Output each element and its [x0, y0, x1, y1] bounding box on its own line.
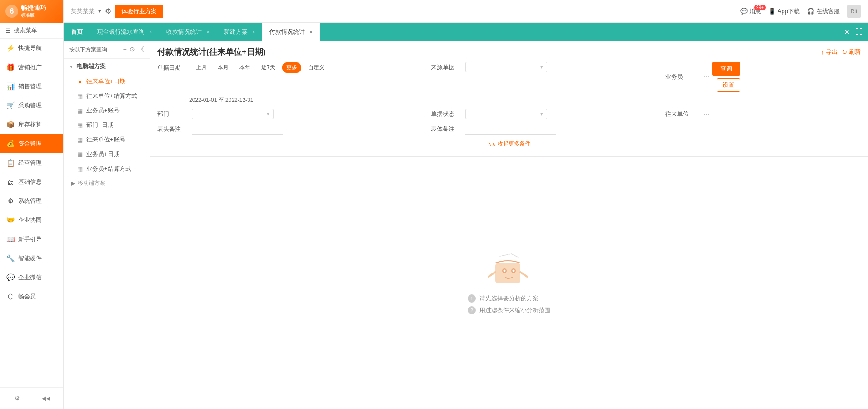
- sidebar-item-purchase[interactable]: 🛒 采购管理: [0, 96, 63, 115]
- collapse-button[interactable]: ∧∧ 收起更多条件: [488, 137, 530, 151]
- sidebar-settings-btn[interactable]: ⚙: [5, 392, 30, 404]
- sidebar-item-wechat[interactable]: 💬 企业微信: [0, 268, 63, 287]
- messages-icon: 💬: [740, 8, 748, 15]
- scheme-item-partner-date[interactable]: ● 往来单位+日期: [64, 74, 150, 89]
- app-download-action[interactable]: 📱 App下载: [768, 7, 800, 15]
- sidebar-item-enterprise[interactable]: 🤝 企业协同: [0, 211, 63, 230]
- svg-point-4: [513, 269, 515, 272]
- header-note-input[interactable]: [192, 124, 283, 135]
- sidebar-item-guide[interactable]: 📖 新手引导: [0, 230, 63, 249]
- status-label: 单据状态: [431, 110, 463, 118]
- topbar-settings-icon[interactable]: ⚙: [105, 7, 111, 15]
- date-btn-custom[interactable]: 自定义: [304, 62, 329, 73]
- date-btn-this-year[interactable]: 本年: [235, 62, 254, 73]
- date-btn-last-month[interactable]: 上月: [192, 62, 211, 73]
- sidebar-item-system[interactable]: ⚙ 系统管理: [0, 192, 63, 211]
- partner-select-dots[interactable]: ···: [703, 110, 709, 118]
- mobile-scheme-group-header[interactable]: ▶ 移动端方案: [64, 176, 150, 190]
- search-icon: ☰: [5, 27, 11, 34]
- sidebar-item-sales[interactable]: 📊 销售管理: [0, 77, 63, 96]
- scheme-active-icon: ●: [76, 78, 84, 85]
- dept-select[interactable]: ▾: [192, 109, 274, 119]
- empty-svg: [486, 252, 532, 288]
- refresh-label: 刷新: [849, 48, 861, 56]
- sidebar-item-marketing[interactable]: 🎁 营销推广: [0, 58, 63, 77]
- tab-new-scheme-close[interactable]: ×: [252, 29, 255, 35]
- sales-icon: 📊: [6, 82, 15, 91]
- sidebar-item-label: 采购管理: [18, 101, 42, 110]
- group-arrow-icon: ▼: [69, 64, 74, 69]
- desktop-scheme-group-header[interactable]: ▼ 电脑端方案: [64, 59, 150, 74]
- topbar-right: 💬 消息 99+ 📱 App下载 🎧 在线客服 Rit: [740, 5, 861, 18]
- source-select[interactable]: ▾: [465, 62, 547, 72]
- data-area: 1 请先选择要分析的方案 2 用过滤条件来缩小分析范围: [150, 157, 868, 409]
- panel-collapse-icon[interactable]: 《: [138, 45, 144, 54]
- scheme-item-staff-account[interactable]: ▦ 业务员+账号: [64, 103, 150, 118]
- refresh-button[interactable]: ↻ 刷新: [842, 48, 861, 56]
- tab-cash-flow[interactable]: 现金银行流水查询 ×: [90, 23, 159, 41]
- tab-payment-stats[interactable]: 付款情况统计 ×: [262, 23, 319, 41]
- sidebar-item-inventory[interactable]: 📦 库存核算: [0, 115, 63, 134]
- settings-button[interactable]: 设置: [717, 78, 740, 92]
- avatar-text: Rit: [851, 8, 858, 15]
- scheme-item-dept-date[interactable]: ▦ 部门+日期: [64, 118, 150, 132]
- svg-line-8: [511, 254, 518, 257]
- scheme-settings-icon[interactable]: ⊙: [130, 45, 135, 54]
- scheme-table-icon: ▦: [76, 92, 84, 100]
- date-btn-7days[interactable]: 近7天: [257, 62, 279, 73]
- empty-icon: [486, 252, 532, 288]
- filter-area: 付款情况统计(往来单位+日期) ↑ 导出 ↻ 刷新: [150, 41, 868, 157]
- svg-line-7: [500, 254, 511, 256]
- scheme-item-label: 部门+日期: [86, 121, 114, 129]
- sidebar-item-operations[interactable]: 📋 经营管理: [0, 153, 63, 172]
- tab-cash-flow-close[interactable]: ×: [149, 29, 152, 35]
- scheme-item-staff-date[interactable]: ▦ 业务员+日期: [64, 147, 150, 162]
- scheme-item-partner-settle[interactable]: ▦ 往来单位+结算方式: [64, 89, 150, 103]
- empty-tip-2: 2 用过滤条件来缩小分析范围: [468, 306, 550, 314]
- sidebar-item-label: 经营管理: [18, 159, 42, 167]
- sidebar-item-finance[interactable]: 💰 资金管理: [0, 134, 63, 153]
- search-menu-item[interactable]: ☰ 搜索菜单: [0, 23, 63, 39]
- sidebar-item-label: 基础信息: [18, 178, 42, 186]
- status-select[interactable]: ▾: [465, 109, 547, 119]
- quick-nav-icon: ⚡: [6, 44, 15, 52]
- trial-button[interactable]: 体验行业方案: [115, 5, 163, 18]
- sidebar-item-member[interactable]: ⬡ 畅会员: [0, 287, 63, 306]
- empty-tip-1: 1 请先选择要分析的方案: [468, 294, 550, 303]
- add-scheme-icon[interactable]: +: [123, 45, 127, 54]
- inventory-icon: 📦: [6, 121, 15, 129]
- body-note-label: 表体备注: [431, 125, 463, 133]
- tab-receivable-close[interactable]: ×: [206, 29, 209, 35]
- staff-select-dots[interactable]: ···: [703, 73, 709, 81]
- main: 某某某某 ▾ ⚙ 体验行业方案 💬 消息 99+ 📱 App下载 🎧 在线客服 …: [64, 0, 868, 409]
- tabbar-actions: ✕ ⛶: [838, 23, 868, 41]
- scheme-item-partner-account[interactable]: ▦ 往来单位+账号: [64, 132, 150, 147]
- body-note-input[interactable]: [465, 124, 556, 135]
- sidebar-item-quick-nav[interactable]: ⚡ 快捷导航: [0, 39, 63, 58]
- date-btn-more[interactable]: 更多: [282, 62, 301, 73]
- tip-text-2: 用过滤条件来缩小分析范围: [479, 306, 550, 314]
- tab-new-scheme[interactable]: 新建方案 ×: [217, 23, 262, 41]
- filter-header: 付款情况统计(往来单位+日期) ↑ 导出 ↻ 刷新: [157, 46, 861, 57]
- tabbar-maximize[interactable]: ⛶: [855, 28, 863, 36]
- company-dropdown[interactable]: ▾: [98, 8, 101, 15]
- avatar[interactable]: Rit: [847, 5, 861, 18]
- search-menu-label: 搜索菜单: [14, 26, 37, 35]
- date-btn-this-month[interactable]: 本月: [214, 62, 233, 73]
- messages-action[interactable]: 💬 消息 99+: [740, 7, 761, 15]
- app-download-label: App下载: [778, 7, 800, 15]
- tab-receivable[interactable]: 收款情况统计 ×: [159, 23, 216, 41]
- sidebar-collapse-btn[interactable]: ◀◀: [34, 392, 59, 404]
- tab-payment-stats-close[interactable]: ×: [309, 29, 312, 35]
- tabbar-close-all[interactable]: ✕: [844, 28, 850, 36]
- scheme-item-staff-settle[interactable]: ▦ 业务员+结算方式: [64, 162, 150, 176]
- export-label: 导出: [826, 48, 838, 56]
- enterprise-icon: 🤝: [6, 216, 15, 224]
- query-button[interactable]: 查询: [712, 62, 740, 76]
- sidebar-item-basic-info[interactable]: 🗂 基础信息: [0, 172, 63, 192]
- tip-num-2: 2: [468, 306, 476, 314]
- sidebar-item-hardware[interactable]: 🔧 智能硬件: [0, 249, 63, 268]
- online-service-action[interactable]: 🎧 在线客服: [807, 7, 840, 15]
- tab-home[interactable]: 首页: [64, 23, 90, 41]
- export-button[interactable]: ↑ 导出: [821, 48, 838, 56]
